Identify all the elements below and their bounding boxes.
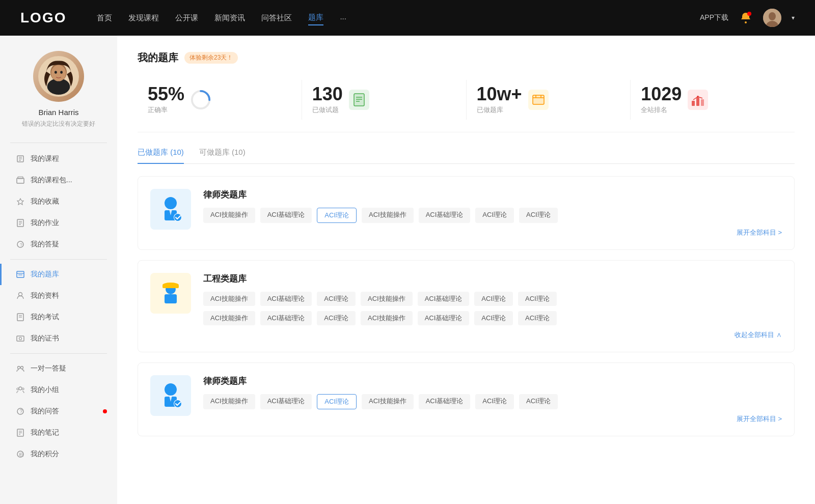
sidebar-item-certificates[interactable]: 我的证书 [0,328,117,349]
homework-icon [15,218,25,228]
tag-3-6[interactable]: ACI理论 [519,394,558,409]
done-questions-icon [349,90,369,110]
tag-3-4[interactable]: ACI基础理论 [419,394,471,409]
svg-point-33 [18,367,20,369]
svg-point-61 [697,96,699,98]
tag-2-11[interactable]: ACI基础理论 [418,311,470,325]
svg-rect-59 [696,98,699,106]
tag-2-1[interactable]: ACI基础理论 [260,292,312,306]
sidebar-item-exams[interactable]: 我的考试 [0,306,117,328]
nav-home[interactable]: 首页 [97,11,112,25]
tag-3-5[interactable]: ACI理论 [475,394,514,409]
profile-name: Brian Harris [38,108,78,117]
qa-icon: ? [15,239,25,249]
profile-avatar [33,51,84,102]
tag-2-12[interactable]: ACI理论 [474,311,513,325]
sidebar-item-my-qa[interactable]: ? 我的问答 [0,401,117,422]
notification-bell[interactable] [739,11,753,25]
tags-row-3: ACI技能操作 ACI基础理论 ACI理论 ACI技能操作 ACI基础理论 AC… [203,394,782,409]
expand-link-3[interactable]: 展开全部科目 > [203,414,782,424]
sidebar-item-homework[interactable]: 我的作业 [0,212,117,234]
stat-done-questions-label: 已做试题 [312,105,343,115]
courses-label: 我的课程 [31,154,59,163]
tag-2-3[interactable]: ACI技能操作 [361,292,413,306]
nav-open-course[interactable]: 公开课 [175,11,198,25]
tag-3-3[interactable]: ACI技能操作 [362,394,414,409]
header-right: APP下载 ▾ [700,9,795,27]
profile-icon [15,291,25,301]
sidebar-item-qa[interactable]: ? 我的答疑 [0,234,117,255]
one-on-one-label: 一对一答疑 [31,364,66,373]
user-avatar[interactable] [763,9,781,27]
svg-point-0 [745,21,747,23]
tag-2-9[interactable]: ACI理论 [317,311,356,325]
dropdown-icon[interactable]: ▾ [792,14,795,21]
sidebar-item-question-bank[interactable]: 我的题库 [0,264,117,285]
svg-point-36 [17,388,19,390]
stat-rank-value: 1029 [641,85,682,103]
menu-divider-1 [10,259,107,260]
tag-1-2[interactable]: ACI理论 [317,208,357,223]
tag-2-10[interactable]: ACI技能操作 [361,311,413,325]
sidebar-item-groups[interactable]: 我的小组 [0,379,117,401]
tag-2-4[interactable]: ACI基础理论 [418,292,470,306]
tag-1-0[interactable]: ACI技能操作 [203,208,255,223]
my-qa-dot [103,409,107,413]
tag-2-7[interactable]: ACI技能操作 [203,311,255,325]
tag-1-5[interactable]: ACI理论 [475,208,514,223]
app-download-button[interactable]: APP下载 [700,13,728,22]
tag-1-1[interactable]: ACI基础理论 [260,208,312,223]
tag-1-6[interactable]: ACI理论 [519,208,558,223]
tab-done[interactable]: 已做题库 (10) [138,148,184,163]
tab-available[interactable]: 可做题库 (10) [199,148,246,163]
tag-2-2[interactable]: ACI理论 [317,292,356,306]
tag-2-0[interactable]: ACI技能操作 [203,292,255,306]
nav-qa[interactable]: 问答社区 [261,11,292,25]
tag-1-4[interactable]: ACI基础理论 [419,208,471,223]
tag-3-2[interactable]: ACI理论 [317,394,357,409]
points-icon: 积 [15,449,25,459]
nav-more[interactable]: ··· [340,12,346,24]
tag-3-0[interactable]: ACI技能操作 [203,394,255,409]
tag-1-3[interactable]: ACI技能操作 [362,208,414,223]
bank-card-1: 律师类题库 ACI技能操作 ACI基础理论 ACI理论 ACI技能操作 ACI基… [138,176,795,250]
sidebar-item-points[interactable]: 积 我的积分 [0,443,117,465]
nav-discover[interactable]: 发现课程 [128,11,159,25]
tag-2-5[interactable]: ACI理论 [474,292,513,306]
svg-rect-70 [165,294,177,303]
stat-done-banks-label: 已做题库 [477,105,522,115]
tag-2-13[interactable]: ACI理论 [518,311,557,325]
exams-label: 我的考试 [31,313,59,322]
sidebar-item-one-on-one[interactable]: 一对一答疑 [0,358,117,379]
bank-content-3: 律师类题库 ACI技能操作 ACI基础理论 ACI理论 ACI技能操作 ACI基… [203,375,782,424]
sidebar-item-courses[interactable]: 我的课程 [0,148,117,170]
tag-2-6[interactable]: ACI理论 [518,292,557,306]
sidebar-item-favorites[interactable]: 我的收藏 [0,191,117,212]
nav-news[interactable]: 新闻资讯 [214,11,245,25]
certificates-label: 我的证书 [31,334,59,343]
stat-correctness-value: 55% [148,85,184,103]
menu-divider-top [10,143,107,143]
stat-rank-label: 全站排名 [641,105,682,115]
bank-icon-2 [150,273,191,314]
bank-content-1: 律师类题库 ACI技能操作 ACI基础理论 ACI理论 ACI技能操作 ACI基… [203,189,782,237]
sidebar-item-notes[interactable]: 我的笔记 [0,422,117,443]
bank-content-2: 工程类题库 ACI技能操作 ACI基础理论 ACI理论 ACI技能操作 ACI基… [203,273,782,340]
page-title: 我的题库 [138,51,178,65]
sidebar-item-packages[interactable]: 我的课程包... [0,170,117,191]
svg-point-62 [165,197,177,209]
stats-row: 55% 正确率 130 已做试题 [138,80,795,132]
bank-title-2: 工程类题库 [203,273,782,285]
nav-question-bank[interactable]: 题库 [308,11,323,25]
sidebar-item-profile[interactable]: 我的资料 [0,285,117,306]
bank-title-1: 律师类题库 [203,189,782,201]
stat-done-questions: 130 已做试题 [302,80,467,120]
collapse-link-2[interactable]: 收起全部科目 ∧ [203,330,782,340]
logo[interactable]: LOGO [20,10,66,26]
tag-3-1[interactable]: ACI基础理论 [260,394,312,409]
svg-point-37 [22,388,24,390]
tag-2-8[interactable]: ACI基础理论 [260,311,312,325]
svg-point-35 [19,387,22,390]
expand-link-1[interactable]: 展开全部科目 > [203,228,782,237]
bank-card-2: 工程类题库 ACI技能操作 ACI基础理论 ACI理论 ACI技能操作 ACI基… [138,260,795,352]
